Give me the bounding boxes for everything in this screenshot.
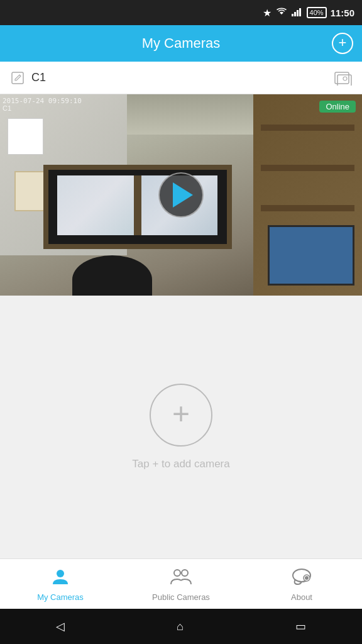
svg-rect-1 [294,12,296,16]
add-camera-header-button[interactable]: + [332,33,353,54]
play-triangle-icon [173,182,193,208]
svg-point-13 [305,576,309,580]
my-cameras-icon [50,567,70,590]
svg-rect-4 [12,72,23,84]
nav-item-my-cameras[interactable]: My Cameras [0,559,121,609]
svg-rect-3 [299,8,301,16]
camera-gallery-icon[interactable] [333,68,353,88]
about-icon [290,567,313,590]
edit-camera-icon[interactable] [9,69,26,87]
app-header: My Cameras + [0,25,362,62]
svg-point-10 [182,570,188,576]
nav-label-about: About [291,592,312,602]
back-button[interactable]: ◁ [43,614,77,638]
public-cameras-icon [170,567,192,590]
svg-point-8 [57,570,64,577]
camera-scene-label: C1 [3,104,11,112]
svg-rect-0 [292,14,293,16]
svg-point-9 [174,570,180,576]
online-badge: Online [319,101,356,113]
home-button[interactable]: ⌂ [164,615,196,638]
camera-thumbnail[interactable]: 2015-07-24 09:59:10 C1 Online [0,94,362,296]
play-button[interactable] [158,172,204,218]
wifi-icon [275,8,288,18]
camera-timestamp: 2015-07-24 09:59:10 [3,97,82,105]
add-camera-hint: Tap + to add camera [132,458,229,470]
add-plus-icon: + [172,399,190,429]
battery-icon: 40% [307,7,327,18]
svg-point-7 [343,77,347,80]
add-camera-circle-button[interactable]: + [150,384,212,447]
nav-label-public-cameras: Public Cameras [152,592,210,602]
page-title: My Cameras [142,35,221,52]
camera-item-row[interactable]: C1 [0,62,362,94]
nav-label-my-cameras: My Cameras [37,592,84,602]
nav-item-public-cameras[interactable]: Public Cameras [121,559,241,609]
camera-name: C1 [31,71,333,84]
camera-scene: 2015-07-24 09:59:10 C1 Online [0,94,362,296]
clock: 11:50 [331,8,354,18]
svg-rect-2 [297,10,299,16]
add-camera-section: + Tap + to add camera [0,296,362,558]
status-bar: ★ 40% 11:50 [0,0,362,25]
signal-icon [292,8,303,18]
recents-button[interactable]: ▭ [283,614,319,638]
bottom-navigation: My Cameras Public Cameras About [0,558,362,609]
system-nav-bar: ◁ ⌂ ▭ [0,609,362,644]
nav-item-about[interactable]: About [241,559,362,609]
star-icon: ★ [263,7,272,19]
